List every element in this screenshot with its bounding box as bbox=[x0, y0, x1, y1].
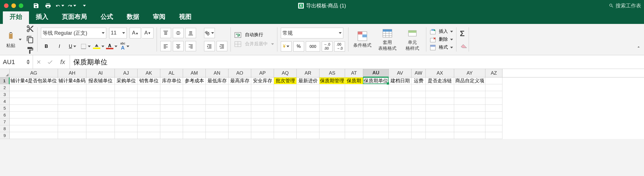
cell-AR3[interactable] bbox=[297, 91, 319, 98]
cell-AO2[interactable] bbox=[228, 84, 251, 91]
cell-AL2[interactable] bbox=[160, 84, 183, 91]
cell-AX2[interactable] bbox=[426, 84, 454, 91]
zoom-window-button[interactable] bbox=[19, 3, 23, 8]
cell-AL1[interactable]: 库存单位 bbox=[160, 77, 183, 84]
cell-AR4[interactable] bbox=[297, 98, 319, 105]
cell-AQ3[interactable] bbox=[274, 91, 297, 98]
row-header-9[interactable]: 9 bbox=[0, 132, 10, 139]
increase-font-button[interactable]: A▲ bbox=[130, 28, 141, 38]
tab-审阅[interactable]: 审阅 bbox=[146, 10, 172, 24]
cell-AV4[interactable] bbox=[389, 98, 412, 105]
cell-AU8[interactable] bbox=[363, 125, 389, 132]
cell-AI2[interactable] bbox=[86, 84, 115, 91]
cell-AI6[interactable] bbox=[86, 112, 115, 118]
tab-公式[interactable]: 公式 bbox=[94, 10, 120, 24]
cell-AL8[interactable] bbox=[160, 125, 183, 132]
cell-AY6[interactable] bbox=[454, 112, 485, 118]
cell-AW4[interactable] bbox=[412, 98, 426, 105]
cell-AV8[interactable] bbox=[389, 125, 412, 132]
cell-AN1[interactable]: 最低库存 bbox=[206, 77, 228, 84]
cell-AZ4[interactable] bbox=[485, 98, 502, 105]
row-header-3[interactable]: 3 bbox=[0, 91, 10, 98]
column-header-AX[interactable]: AX bbox=[426, 69, 454, 77]
cell-AG4[interactable] bbox=[10, 98, 58, 105]
cell-AU5[interactable] bbox=[363, 105, 389, 112]
cell-AR2[interactable] bbox=[297, 84, 319, 91]
cell-AZ7[interactable] bbox=[485, 118, 502, 125]
cell-AM3[interactable] bbox=[183, 91, 206, 98]
row-header-5[interactable]: 5 bbox=[0, 105, 10, 112]
cell-AT1[interactable]: 保质期 bbox=[345, 77, 363, 84]
percent-button[interactable]: % bbox=[293, 41, 304, 52]
cell-AJ4[interactable] bbox=[115, 98, 138, 105]
align-top-button[interactable] bbox=[160, 28, 171, 38]
cell-AZ8[interactable] bbox=[485, 125, 502, 132]
cell-AZ5[interactable] bbox=[485, 105, 502, 112]
column-header-AV[interactable]: AV bbox=[389, 69, 412, 77]
cell-AH1[interactable]: 辅计量4条码 bbox=[58, 77, 86, 84]
column-header-AZ[interactable]: AZ bbox=[485, 69, 502, 77]
cell-AS2[interactable] bbox=[319, 84, 345, 91]
cell-AP1[interactable]: 安全库存 bbox=[251, 77, 274, 84]
cell-AJ2[interactable] bbox=[115, 84, 138, 91]
increase-indent-button[interactable] bbox=[217, 41, 227, 51]
close-window-button[interactable] bbox=[4, 3, 9, 8]
cell-AO5[interactable] bbox=[228, 105, 251, 112]
cell-AX7[interactable] bbox=[426, 118, 454, 125]
column-header-AS[interactable]: AS bbox=[319, 69, 345, 77]
qat-customize-icon[interactable] bbox=[80, 1, 88, 10]
cell-AM6[interactable] bbox=[183, 112, 206, 118]
column-header-AY[interactable]: AY bbox=[454, 69, 485, 77]
clear-button[interactable] bbox=[460, 43, 468, 50]
cell-AT3[interactable] bbox=[345, 91, 363, 98]
cells-area[interactable]: 辅计量4是否包装单位辅计量4条码报表辅单位采购单位销售单位库存单位参考成本最低库… bbox=[10, 77, 502, 139]
column-header-AK[interactable]: AK bbox=[138, 69, 160, 77]
cell-AX6[interactable] bbox=[426, 112, 454, 118]
column-header-AQ[interactable]: AQ bbox=[274, 69, 297, 77]
cell-AX9[interactable] bbox=[426, 132, 454, 139]
column-header-AG[interactable]: AG bbox=[10, 69, 58, 77]
cell-AH7[interactable] bbox=[58, 118, 86, 125]
paste-button[interactable] bbox=[5, 30, 16, 42]
cell-AU7[interactable] bbox=[363, 118, 389, 125]
cell-AG7[interactable] bbox=[10, 118, 58, 125]
paste-dropdown[interactable] bbox=[19, 39, 22, 40]
cell-AG5[interactable] bbox=[10, 105, 58, 112]
cell-AZ2[interactable] bbox=[485, 84, 502, 91]
cell-AW2[interactable] bbox=[412, 84, 426, 91]
cell-styles-button[interactable]: 单元 格样式 bbox=[402, 28, 423, 52]
cell-AI4[interactable] bbox=[86, 98, 115, 105]
cell-AR1[interactable]: 最新进价 bbox=[297, 77, 319, 84]
save-icon[interactable] bbox=[32, 1, 40, 10]
confirm-edit-button[interactable] bbox=[44, 55, 56, 69]
cell-AM4[interactable] bbox=[183, 98, 206, 105]
decrease-decimal-button[interactable]: .00→.0 bbox=[334, 41, 345, 52]
format-as-table-button[interactable]: 套用 表格格式 bbox=[377, 28, 398, 52]
cell-AO3[interactable] bbox=[228, 91, 251, 98]
cell-AS4[interactable] bbox=[319, 98, 345, 105]
font-name-select[interactable]: 等线 Regular (正文) bbox=[41, 28, 106, 38]
cell-AS5[interactable] bbox=[319, 105, 345, 112]
cell-AH4[interactable] bbox=[58, 98, 86, 105]
cell-AY4[interactable] bbox=[454, 98, 485, 105]
underline-button[interactable]: U bbox=[67, 41, 78, 52]
cell-AU6[interactable] bbox=[363, 112, 389, 118]
align-right-button[interactable] bbox=[185, 41, 196, 51]
cell-AU2[interactable] bbox=[363, 84, 389, 91]
cell-AW9[interactable] bbox=[412, 132, 426, 139]
cell-AJ5[interactable] bbox=[115, 105, 138, 112]
cell-AZ6[interactable] bbox=[485, 112, 502, 118]
cell-AV9[interactable] bbox=[389, 132, 412, 139]
cell-AO1[interactable]: 最高库存 bbox=[228, 77, 251, 84]
undo-icon[interactable] bbox=[56, 1, 64, 10]
cell-AV3[interactable] bbox=[389, 91, 412, 98]
cell-AG1[interactable]: 辅计量4是否包装单位 bbox=[10, 77, 58, 84]
tab-开始[interactable]: 开始 bbox=[3, 10, 29, 24]
cell-AJ6[interactable] bbox=[115, 112, 138, 118]
column-header-AJ[interactable]: AJ bbox=[115, 69, 138, 77]
cell-AG9[interactable] bbox=[10, 132, 58, 139]
cell-AZ1[interactable] bbox=[485, 77, 502, 84]
cell-AZ9[interactable] bbox=[485, 132, 502, 139]
row-header-1[interactable]: 1 bbox=[0, 77, 10, 84]
insert-cells-button[interactable]: 插入 bbox=[430, 28, 453, 35]
